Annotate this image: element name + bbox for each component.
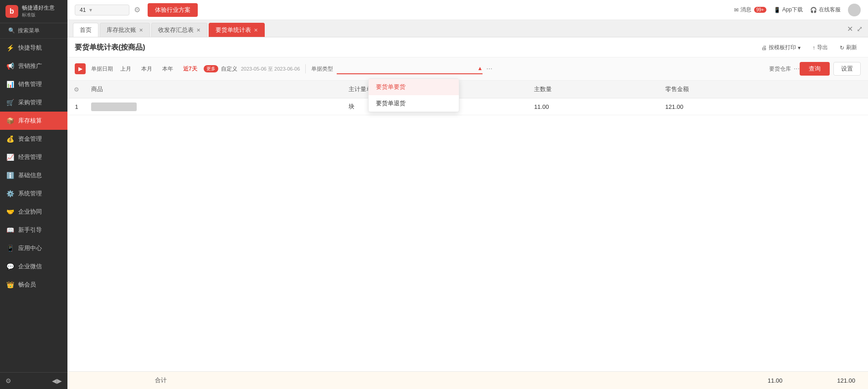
date-this-month-button[interactable]: 本月	[138, 64, 156, 74]
collapse-icon[interactable]: ◀▶	[52, 377, 62, 384]
phone-icon: 📱	[774, 7, 781, 13]
dropdown-item-order-goods-label: 要货单要货	[376, 83, 406, 90]
filter-expand-button[interactable]: ▶	[75, 63, 86, 74]
quick-nav-icon: ⚡	[5, 44, 15, 51]
purchase-icon: 🛒	[5, 99, 15, 106]
date-more-badge: 更多	[204, 65, 218, 72]
th-amount: 零售金额	[660, 81, 818, 98]
table-row: 1 块 11.00 121.00	[67, 98, 868, 115]
nav-label: 采购管理	[18, 98, 42, 107]
sidebar-item-finance[interactable]: 💰 资金管理	[0, 130, 67, 148]
sidebar-bottom: ⚙ ◀▶	[0, 372, 67, 389]
nav-label: 销售管理	[18, 80, 42, 88]
user-avatar[interactable]	[848, 4, 861, 16]
sidebar-item-system[interactable]: ⚙️ 系统管理	[0, 184, 67, 203]
th-product: 商品	[86, 81, 343, 98]
messages-button[interactable]: ✉ 消息 99+	[734, 6, 766, 14]
export-button[interactable]: ↑ 导出	[809, 42, 832, 53]
dropdown-item-order-return[interactable]: 要货单退货	[369, 95, 459, 112]
date-prev-month-button[interactable]: 上月	[117, 64, 135, 74]
warehouse-label: 要货仓库	[769, 65, 791, 73]
tab-receive-summary-close-icon[interactable]: ✕	[196, 27, 200, 33]
type-filter-input[interactable]	[337, 63, 475, 73]
tab-expand-icon[interactable]: ⤢	[857, 24, 863, 33]
header-gear-icon[interactable]: ⚙	[134, 5, 140, 14]
selector-chevron-icon: ▾	[89, 7, 92, 13]
product-name-blurred	[91, 102, 137, 111]
tab-inventory-batch[interactable]: 库存批次账 ✕	[100, 23, 150, 37]
nav-label: 经营管理	[18, 153, 42, 161]
online-service-button[interactable]: 🎧 在线客服	[810, 6, 841, 14]
sidebar: b 畅捷通好生意 标准版 🔍 搜索菜单 ⚡ 快捷导航 📢 营销推广 📊 销售管理…	[0, 0, 67, 389]
tab-close-all-icon[interactable]: ✕	[847, 24, 853, 33]
sidebar-item-sales[interactable]: 📊 销售管理	[0, 75, 67, 93]
tab-inventory-batch-label: 库存批次账	[107, 26, 136, 34]
sales-icon: 📊	[5, 81, 15, 88]
set-button[interactable]: 设置	[833, 62, 861, 76]
logo-icon: b	[5, 5, 18, 18]
tab-inventory-batch-close-icon[interactable]: ✕	[139, 27, 143, 33]
company-selector[interactable]: 41 ▾	[75, 5, 129, 15]
sidebar-item-inventory[interactable]: 📦 库存核算	[0, 112, 67, 130]
system-icon: ⚙️	[5, 190, 15, 197]
sidebar-item-member[interactable]: 👑 畅会员	[0, 276, 67, 294]
search-menu-item[interactable]: 🔍 搜索菜单	[0, 23, 67, 39]
nav-label: 基础信息	[18, 171, 42, 179]
sidebar-item-operations[interactable]: 📈 经营管理	[0, 148, 67, 166]
app-download-button[interactable]: 📱 App下载	[774, 6, 803, 14]
th-settings[interactable]: ⚙	[67, 81, 86, 98]
inventory-icon: 📦	[5, 117, 15, 124]
page-content: 要货单统计表(按商品) 🖨 按模板打印 ▾ ↑ 导出 ↻ 刷新 ▶	[67, 37, 868, 389]
search-icon: 🔍	[8, 27, 15, 34]
tab-bar: 首页 库存批次账 ✕ 收发存汇总表 ✕ 要货单统计表 ✕ ✕ ⤢	[67, 20, 868, 37]
date-7days-button[interactable]: 近7天	[180, 64, 201, 74]
table-header-row: ⚙ 商品 主计量单位 主数量 零售金额	[67, 81, 868, 98]
nav-label: 库存核算	[18, 117, 42, 125]
basic-info-icon: ℹ️	[5, 172, 15, 179]
nav-label: 应用中心	[18, 244, 42, 252]
tab-order-stats-label: 要货单统计表	[216, 26, 251, 34]
sidebar-nav: ⚡ 快捷导航 📢 营销推广 📊 销售管理 🛒 采购管理 📦 库存核算 💰 资金管…	[0, 39, 67, 372]
app-logo: b 畅捷通好生意 标准版	[0, 0, 67, 23]
refresh-button[interactable]: ↻ 刷新	[836, 42, 861, 53]
sidebar-item-basic-info[interactable]: ℹ️ 基础信息	[0, 166, 67, 184]
print-button[interactable]: 🖨 按模板打印 ▾	[758, 42, 804, 53]
nav-label: 畅会员	[18, 281, 36, 289]
marketing-icon: 📢	[5, 62, 15, 70]
query-button[interactable]: 查询	[800, 62, 830, 76]
table-footer: 合计 11.00 121.00	[67, 371, 868, 389]
type-chevron-icon[interactable]: ▲	[477, 65, 483, 72]
type-filter-more-icon[interactable]: ···	[486, 65, 492, 73]
warehouse-more-icon[interactable]: ···	[794, 65, 800, 73]
settings-icon[interactable]: ⚙	[5, 377, 11, 384]
th-extra	[818, 81, 868, 98]
tab-home[interactable]: 首页	[73, 23, 98, 37]
sidebar-item-guide[interactable]: 📖 新手引导	[0, 221, 67, 239]
type-input-wrapper: ▲	[337, 63, 483, 74]
date-this-year-button[interactable]: 本年	[159, 64, 177, 74]
export-icon: ↑	[812, 45, 815, 51]
sidebar-item-wechat[interactable]: 💬 企业微信	[0, 257, 67, 276]
app-center-icon: 📱	[5, 245, 15, 252]
nav-label: 新手引导	[18, 226, 42, 234]
app-name: 畅捷通好生意	[22, 5, 55, 12]
dropdown-item-order-goods[interactable]: 要货单要货	[369, 79, 459, 95]
sidebar-item-marketing[interactable]: 📢 营销推广	[0, 57, 67, 75]
tab-order-stats[interactable]: 要货单统计表 ✕	[209, 23, 265, 37]
wechat-icon: 💬	[5, 263, 15, 270]
sidebar-item-app-center[interactable]: 📱 应用中心	[0, 239, 67, 257]
sidebar-item-enterprise[interactable]: 🤝 企业协同	[0, 203, 67, 221]
sidebar-item-quick-nav[interactable]: ⚡ 快捷导航	[0, 39, 67, 57]
member-icon: 👑	[5, 281, 15, 288]
app-download-label: App下载	[782, 6, 803, 14]
nav-label: 企业微信	[18, 262, 42, 271]
trial-button[interactable]: 体验行业方案	[148, 3, 198, 17]
cell-quantity: 11.00	[529, 98, 660, 115]
tab-receive-summary[interactable]: 收发存汇总表 ✕	[151, 23, 207, 37]
sidebar-item-purchase[interactable]: 🛒 采购管理	[0, 93, 67, 112]
tab-order-stats-close-icon[interactable]: ✕	[254, 27, 258, 33]
page-title: 要货单统计表(按商品)	[75, 43, 145, 52]
page-actions: 🖨 按模板打印 ▾ ↑ 导出 ↻ 刷新	[758, 42, 861, 53]
date-custom-button[interactable]: 自定义	[221, 65, 237, 73]
page-header: 要货单统计表(按商品) 🖨 按模板打印 ▾ ↑ 导出 ↻ 刷新	[67, 37, 868, 57]
